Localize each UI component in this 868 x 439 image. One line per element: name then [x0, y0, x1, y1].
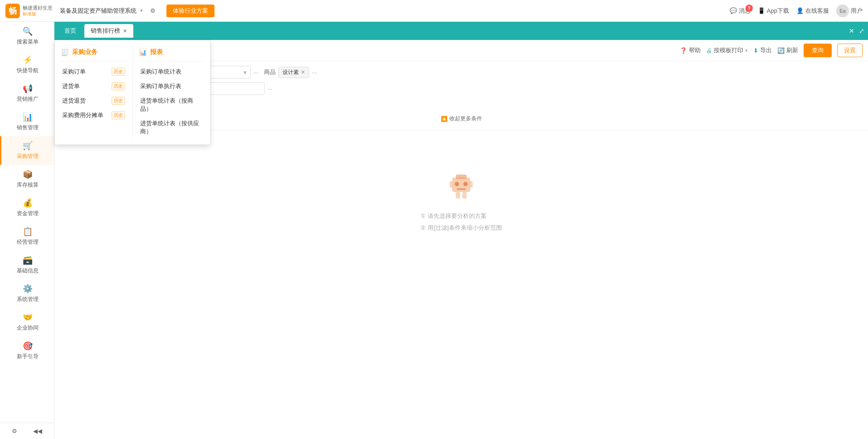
menu-item-incoming-report-supplier[interactable]: 进货单统计表（按供应商） [138, 116, 205, 139]
menu-item-expense[interactable]: 采购费用分摊单 历史 [60, 108, 127, 123]
menu-item-purchase-order-report[interactable]: 采购订单统计表 [138, 64, 205, 79]
purchase-dropdown-menu: 🧾 采购业务 采购订单 历史 进货单 历史 进货退货 历史 采购费用分摊单 历史… [54, 40, 210, 145]
menu-item-purchase-order[interactable]: 采购订单 历史 [60, 64, 127, 79]
menu-item-return[interactable]: 进货退货 历史 [60, 94, 127, 108]
menu-report-title: 📊 报表 [138, 46, 205, 62]
menu-business-title: 🧾 采购业务 [60, 46, 127, 62]
menu-business-column: 🧾 采购业务 采购订单 历史 进货单 历史 进货退货 历史 采购费用分摊单 历史 [55, 46, 132, 139]
business-title-icon: 🧾 [60, 48, 69, 57]
menu-item-incoming-report-goods[interactable]: 进货单统计表（按商品） [138, 94, 205, 116]
report-title-icon: 📊 [138, 48, 147, 57]
menu-item-incoming[interactable]: 进货单 历史 [60, 79, 127, 94]
menu-report-column: 📊 报表 采购订单统计表 采购订单执行表 进货单统计表（按商品） 进货单统计表（… [132, 46, 210, 139]
menu-item-purchase-order-exec[interactable]: 采购订单执行表 [138, 79, 205, 94]
